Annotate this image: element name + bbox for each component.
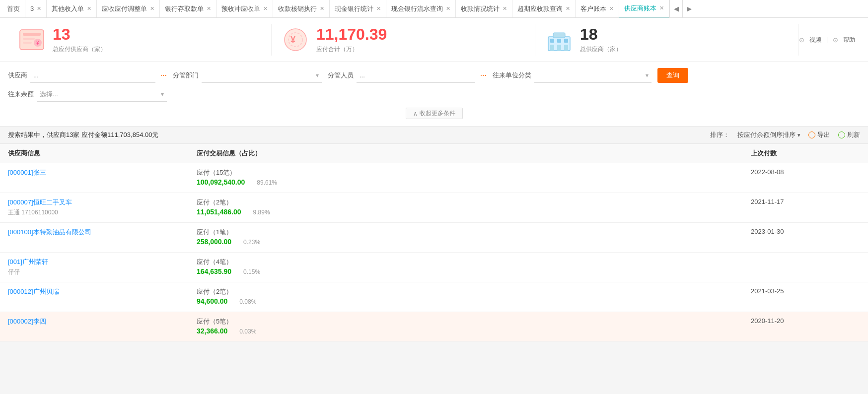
- transaction-label: 应付（15笔）: [197, 168, 751, 177]
- export-button[interactable]: 导出: [808, 131, 830, 139]
- transaction-amount[interactable]: 11,051,486.00: [197, 208, 241, 216]
- nav-next-arrow[interactable]: ▶: [682, 0, 695, 18]
- supplier-name-link[interactable]: [000012]广州贝瑞: [8, 288, 59, 295]
- person-label: 分管人员: [328, 71, 354, 80]
- collapse-button[interactable]: ∧ 收起更多条件: [406, 108, 463, 119]
- total-payable-number: 11,170.39: [316, 26, 387, 43]
- export-icon: [808, 131, 815, 138]
- filter-item-category: 往来单位分类 ▾: [493, 68, 651, 83]
- nav-tab-collection[interactable]: 收款核销执行 ✕: [273, 0, 330, 18]
- supplier-info-cell: [000002]李四: [8, 317, 197, 326]
- payable-suppliers-label: 总应付供应商（家）: [53, 45, 106, 54]
- table-row: [000007]恒旺二手叉车 王通 17106110000 应付（2笔） 11,…: [0, 193, 868, 223]
- supplier-input[interactable]: [30, 68, 155, 83]
- supplier-name-link[interactable]: [000007]恒旺二手叉车: [8, 198, 72, 206]
- supplier-contact: 仔仔: [8, 268, 197, 276]
- balance-select[interactable]: 选择... ▾: [37, 87, 167, 102]
- supplier-dots-icon[interactable]: ···: [160, 71, 167, 80]
- sort-label: 排序：: [710, 131, 729, 139]
- chevron-down-icon: ▾: [797, 132, 800, 138]
- balance-label: 往来余额: [8, 90, 34, 99]
- sort-select[interactable]: 按应付余额倒序排序 ▾: [737, 131, 800, 139]
- supplier-label: 供应商: [8, 71, 27, 80]
- nav-tab-bank[interactable]: 银行存取款单 ✕: [160, 0, 217, 18]
- payable-suppliers-number: 13: [53, 26, 106, 43]
- nav-tab-collection-stats[interactable]: 收款情况统计 ✕: [456, 0, 512, 18]
- nav-tab-3[interactable]: 3 ✕: [25, 0, 47, 18]
- svg-rect-1: [23, 33, 41, 36]
- transaction-amount[interactable]: 32,366.00: [197, 327, 227, 335]
- summary-card-payable-suppliers: ¥ 13 总应付供应商（家）: [8, 24, 272, 56]
- supplier-contact: 王通 17106110000: [8, 208, 197, 217]
- svg-rect-12: [564, 39, 568, 43]
- close-icon[interactable]: ✕: [376, 5, 381, 12]
- transaction-info-cell: 应付（15笔） 100,092,540.00 89.61%: [197, 168, 751, 186]
- supplier-name-link[interactable]: [000100]本特勤油品有限公司: [8, 228, 91, 236]
- transaction-info-cell: 应付（4笔） 164,635.90 0.15%: [197, 258, 751, 275]
- svg-rect-3: [23, 42, 32, 44]
- filter-area: 供应商 ··· 分管部门 ▾ 分管人员 ··· 往来单位分类 ▾ 查询: [0, 62, 868, 127]
- data-table: 供应商信息 应付交易信息（占比） 上次付数 [000001]张三 应付（15笔）…: [0, 144, 868, 342]
- close-icon[interactable]: ✕: [503, 5, 507, 12]
- top-navigation: 首页 3 ✕ 其他收入单 ✕ 应收应付调整单 ✕ 银行存取款单 ✕ 预收冲应收单…: [0, 0, 868, 18]
- chevron-up-icon: ∧: [413, 110, 418, 117]
- video-link[interactable]: 视频: [809, 36, 821, 44]
- top-right-links: ⊙ 视频 | ⊙ 帮助: [799, 36, 860, 44]
- summary-bar: ¥ 13 总应付供应商（家） ¥ 11,170.39 应付合计（万）: [0, 18, 868, 62]
- close-icon[interactable]: ✕: [446, 5, 450, 12]
- col-header-last-pay: 上次付数: [751, 149, 860, 158]
- col-header-supplier: 供应商信息: [8, 149, 197, 158]
- transaction-amount[interactable]: 258,000.00: [197, 238, 231, 246]
- close-icon[interactable]: ✕: [609, 5, 614, 12]
- close-icon[interactable]: ✕: [87, 5, 91, 12]
- filter-item-person: 分管人员 ···: [328, 68, 487, 83]
- close-icon[interactable]: ✕: [566, 5, 570, 12]
- close-icon[interactable]: ✕: [37, 5, 41, 12]
- close-icon[interactable]: ✕: [150, 5, 154, 12]
- svg-rect-16: [564, 45, 568, 51]
- close-icon[interactable]: ✕: [263, 5, 268, 12]
- transaction-info-cell: 应付（2笔） 11,051,486.00 9.89%: [197, 198, 751, 216]
- nav-tab-overdue[interactable]: 超期应收款查询 ✕: [512, 0, 576, 18]
- transaction-label: 应付（2笔）: [197, 198, 751, 207]
- transaction-amount[interactable]: 100,092,540.00: [197, 178, 245, 186]
- refresh-button[interactable]: 刷新: [838, 131, 860, 139]
- supplier-name-link[interactable]: [000001]张三: [8, 169, 46, 176]
- table-row: [000002]李四 应付（5笔） 32,366.00 0.03% 2020-1…: [0, 312, 868, 342]
- nav-tab-adjust[interactable]: 应收应付调整单 ✕: [97, 0, 160, 18]
- close-icon[interactable]: ✕: [207, 5, 211, 12]
- transaction-amount[interactable]: 94,600.00: [197, 297, 227, 305]
- person-input[interactable]: [357, 68, 475, 83]
- nav-tab-home[interactable]: 首页: [2, 0, 25, 18]
- nav-tab-customer-ledger[interactable]: 客户账本 ✕: [576, 0, 619, 18]
- summary-content-payable-suppliers: 13 总应付供应商（家）: [53, 26, 106, 54]
- close-icon[interactable]: ✕: [320, 5, 324, 12]
- help-link[interactable]: 帮助: [843, 36, 855, 44]
- svg-rect-15: [557, 45, 561, 51]
- dept-select[interactable]: ▾: [202, 68, 322, 83]
- chevron-down-icon: ▾: [646, 72, 649, 79]
- summary-content-total-suppliers: 18 总供应商（家）: [580, 26, 622, 54]
- nav-prev-arrow[interactable]: ◀: [669, 0, 682, 18]
- transaction-percentage: 0.15%: [243, 268, 260, 275]
- query-button[interactable]: 查询: [657, 68, 688, 83]
- supplier-name-link[interactable]: [000002]李四: [8, 318, 46, 325]
- chevron-down-icon: ▾: [316, 72, 319, 79]
- category-select[interactable]: ▾: [534, 68, 651, 83]
- summary-card-total-payable: ¥ 11,170.39 应付合计（万）: [272, 24, 535, 56]
- filter-item-supplier: 供应商 ···: [8, 68, 167, 83]
- supplier-info-cell: [000007]恒旺二手叉车 王通 17106110000: [8, 198, 197, 217]
- col-header-transaction: 应付交易信息（占比）: [197, 149, 751, 158]
- nav-tab-supplier-ledger[interactable]: 供应商账本 ✕: [619, 0, 669, 18]
- nav-tab-other-income[interactable]: 其他收入单 ✕: [47, 0, 97, 18]
- close-icon[interactable]: ✕: [659, 5, 664, 11]
- person-dots-icon[interactable]: ···: [480, 71, 487, 80]
- nav-tab-cash-flow[interactable]: 现金银行流水查询 ✕: [386, 0, 456, 18]
- nav-tab-cash-stats[interactable]: 现金银行统计 ✕: [330, 0, 386, 18]
- nav-tab-prepay[interactable]: 预收冲应收单 ✕: [217, 0, 273, 18]
- transaction-amount[interactable]: 164,635.90: [197, 267, 231, 275]
- svg-text:¥: ¥: [290, 35, 295, 45]
- last-pay-date: 2021-03-25: [751, 287, 784, 295]
- supplier-name-link[interactable]: [001]广州荣轩: [8, 258, 48, 265]
- transaction-percentage: 9.89%: [253, 209, 270, 216]
